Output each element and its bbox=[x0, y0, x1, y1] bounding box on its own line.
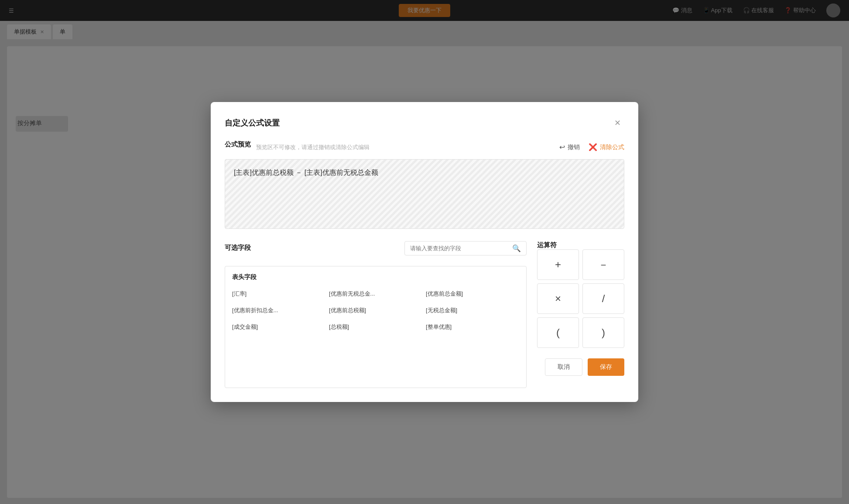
operator-multiply[interactable]: × bbox=[537, 283, 579, 314]
operators-section: 运算符 + － × / ( ) 取消 保存 bbox=[537, 241, 624, 388]
formula-preview-header: 公式预览 预览区不可修改，请通过撤销或清除公式编辑 ↩ 撤销 ❌ 清除公式 bbox=[225, 140, 624, 154]
search-box: 🔍 bbox=[404, 241, 527, 255]
save-button[interactable]: 保存 bbox=[588, 358, 624, 376]
fields-category: 表头字段 bbox=[232, 273, 519, 281]
search-input[interactable] bbox=[410, 245, 512, 252]
undo-button[interactable]: ↩ 撤销 bbox=[559, 143, 580, 151]
dialog-footer: 取消 保存 bbox=[537, 358, 624, 376]
fields-grid: [汇率] [优惠前无税总金... [优惠前总金额] [优惠前折扣总金... [优… bbox=[232, 288, 519, 333]
field-item[interactable]: [总税额] bbox=[329, 321, 422, 333]
fields-section: 可选字段 🔍 表头字段 [汇率] [优惠前无税总金... [优惠前总金额] [优… bbox=[225, 241, 527, 388]
field-item[interactable]: [无税总金额] bbox=[426, 305, 519, 316]
operator-right-paren[interactable]: ) bbox=[582, 317, 624, 348]
fields-box: 表头字段 [汇率] [优惠前无税总金... [优惠前总金额] [优惠前折扣总金.… bbox=[225, 266, 527, 388]
field-item[interactable]: [成交金额] bbox=[232, 321, 325, 333]
formula-preview-hint: 预览区不可修改，请通过撤销或清除公式编辑 bbox=[256, 143, 370, 151]
field-item[interactable]: [优惠前总金额] bbox=[426, 288, 519, 300]
bottom-section: 可选字段 🔍 表头字段 [汇率] [优惠前无税总金... [优惠前总金额] [优… bbox=[225, 241, 624, 388]
fields-scroll-area[interactable]: 表头字段 [汇率] [优惠前无税总金... [优惠前总金额] [优惠前折扣总金.… bbox=[225, 266, 526, 388]
undo-icon: ↩ bbox=[559, 143, 565, 151]
operators-title: 运算符 bbox=[537, 241, 557, 249]
field-item[interactable]: [整单优惠] bbox=[426, 321, 519, 333]
formula-content: [主表]优惠前总税额 － [主表]优惠前无税总金额 bbox=[234, 169, 378, 176]
formula-preview-box: [主表]优惠前总税额 － [主表]优惠前无税总金额 bbox=[225, 159, 624, 229]
search-icon: 🔍 bbox=[512, 244, 521, 252]
dialog-title: 自定义公式设置 bbox=[225, 118, 280, 128]
close-button[interactable]: ✕ bbox=[610, 116, 624, 130]
dialog-header: 自定义公式设置 ✕ bbox=[225, 116, 624, 130]
field-item[interactable]: [汇率] bbox=[232, 288, 325, 300]
operator-plus[interactable]: + bbox=[537, 249, 579, 280]
formula-preview-label: 公式预览 bbox=[225, 140, 251, 149]
fields-header-row: 可选字段 🔍 bbox=[225, 241, 527, 261]
operator-divide[interactable]: / bbox=[582, 283, 624, 314]
field-item[interactable]: [优惠前折扣总金... bbox=[232, 305, 325, 316]
field-item[interactable]: [优惠前无税总金... bbox=[329, 288, 422, 300]
field-item[interactable]: [优惠前总税额] bbox=[329, 305, 422, 316]
clear-icon: ❌ bbox=[589, 143, 597, 151]
operator-left-paren[interactable]: ( bbox=[537, 317, 579, 348]
formula-dialog: 自定义公式设置 ✕ 公式预览 预览区不可修改，请通过撤销或清除公式编辑 ↩ 撤销… bbox=[211, 102, 638, 402]
clear-formula-button[interactable]: ❌ 清除公式 bbox=[589, 143, 624, 151]
operator-minus[interactable]: － bbox=[582, 249, 624, 280]
search-container: 🔍 bbox=[404, 241, 527, 261]
formula-actions: ↩ 撤销 ❌ 清除公式 bbox=[559, 143, 624, 151]
cancel-button[interactable]: 取消 bbox=[545, 358, 582, 376]
operators-grid: + － × / ( ) bbox=[537, 249, 624, 348]
fields-section-title: 可选字段 bbox=[225, 244, 251, 252]
